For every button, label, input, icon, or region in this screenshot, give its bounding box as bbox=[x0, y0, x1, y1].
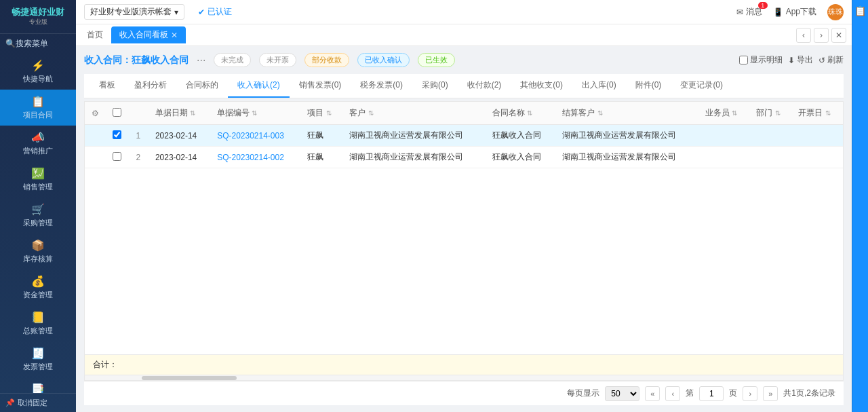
active-tab[interactable]: 收入合同看板 ✕ bbox=[111, 26, 186, 43]
table-container[interactable]: ⚙ 单据日期 ⇅ 单据编号 ⇅ 项目 ⇅ 客户 ⇅ 合同名称 ⇅ 结算客户 ⇅ … bbox=[85, 102, 843, 354]
row1-number[interactable]: SQ-20230214-003 bbox=[210, 125, 300, 147]
close-tab-button[interactable]: ✕ bbox=[171, 31, 178, 40]
row1-checkbox[interactable] bbox=[106, 125, 128, 147]
app-logo: 畅捷通好业财 专业版 bbox=[0, 0, 76, 34]
first-page-button[interactable]: « bbox=[645, 386, 660, 401]
page-number-input[interactable] bbox=[699, 386, 724, 401]
export-button[interactable]: ⬇ 导出 bbox=[788, 54, 813, 66]
sort-customer-icon[interactable]: ⇅ bbox=[368, 109, 374, 117]
sidebar-item-tax[interactable]: 📑 税务管理 bbox=[0, 377, 76, 393]
row1-check[interactable] bbox=[113, 130, 121, 139]
total-info: 共1页,2条记录 bbox=[783, 388, 835, 399]
row1-date: 2023-02-14 bbox=[149, 125, 210, 147]
tab-change-log[interactable]: 变更记录(0) bbox=[671, 74, 732, 98]
tab-tax-invoice[interactable]: 税务发票(0) bbox=[351, 74, 412, 98]
row2-number[interactable]: SQ-20230214-002 bbox=[210, 147, 300, 168]
certified-label: 已认证 bbox=[208, 6, 232, 18]
user-menu[interactable]: 珠珠 bbox=[827, 4, 844, 20]
tab-sales-invoice[interactable]: 销售发票(0) bbox=[290, 74, 351, 98]
status-confirmed[interactable]: 已收入确认 bbox=[357, 53, 410, 67]
col-number[interactable]: 单据编号 ⇅ bbox=[210, 102, 300, 125]
message-button[interactable]: ✉ 消息 1 bbox=[736, 6, 762, 18]
col-contract-name-label: 合同名称 bbox=[492, 108, 525, 117]
status-incomplete[interactable]: 未完成 bbox=[214, 53, 251, 67]
horizontal-scrollbar[interactable] bbox=[85, 375, 843, 380]
company-selector[interactable]: 好业财专业版演示帐套 ▾ bbox=[84, 4, 184, 20]
right-panel: 📋 bbox=[852, 0, 868, 412]
app-download-button[interactable]: 📱 App下载 bbox=[773, 6, 816, 18]
search-icon: 🔍 bbox=[5, 39, 16, 48]
sort-project-icon[interactable]: ⇅ bbox=[326, 109, 332, 117]
sort-department-icon[interactable]: ⇅ bbox=[775, 109, 781, 117]
chevron-down-icon: ▾ bbox=[174, 7, 178, 17]
col-department[interactable]: 部门 ⇅ bbox=[749, 102, 791, 125]
select-all-checkbox[interactable] bbox=[113, 108, 121, 117]
row2-number-link[interactable]: SQ-20230214-002 bbox=[217, 153, 284, 162]
show-detail-input[interactable] bbox=[739, 56, 748, 64]
sort-number-icon[interactable]: ⇅ bbox=[252, 109, 257, 117]
tab-income-confirm[interactable]: 收入确认(2) bbox=[228, 74, 290, 98]
right-panel-icon[interactable]: 📋 bbox=[853, 0, 867, 22]
sort-date-icon[interactable]: ⇅ bbox=[190, 109, 195, 117]
sort-salesperson-icon[interactable]: ⇅ bbox=[732, 109, 737, 117]
sidebar-item-general[interactable]: 📒 总账管理 bbox=[0, 305, 76, 341]
status-effective[interactable]: 已生效 bbox=[418, 53, 455, 67]
tab-close-button[interactable]: ✕ bbox=[831, 28, 846, 43]
tab-other-income[interactable]: 其他收支(0) bbox=[511, 74, 572, 98]
tab-prev-button[interactable]: ‹ bbox=[796, 28, 811, 43]
next-page-button[interactable]: › bbox=[743, 386, 757, 401]
sidebar-item-purchase[interactable]: 🛒 采购管理 bbox=[0, 198, 76, 233]
refresh-button[interactable]: ↺ 刷新 bbox=[818, 54, 844, 66]
col-salesperson[interactable]: 业务员 ⇅ bbox=[698, 102, 749, 125]
scroll-thumb[interactable] bbox=[142, 376, 237, 380]
table-row[interactable]: 1 2023-02-14 SQ-20230214-003 狂飙 湖南卫视商业运营… bbox=[85, 125, 843, 147]
col-settings[interactable]: ⚙ bbox=[85, 102, 106, 125]
per-page-label: 每页显示 bbox=[567, 388, 599, 399]
show-detail-checkbox[interactable]: 显示明细 bbox=[739, 54, 783, 66]
sidebar-item-inventory[interactable]: 📦 库存核算 bbox=[0, 233, 76, 269]
inventory-icon: 📦 bbox=[31, 239, 45, 252]
row2-checkbox[interactable] bbox=[106, 147, 128, 168]
sidebar-item-quicknav[interactable]: ⚡ 快捷导航 bbox=[0, 54, 76, 90]
table-row[interactable]: 2 2023-02-14 SQ-20230214-002 狂飙 湖南卫视商业运营… bbox=[85, 147, 843, 168]
tab-contract-std[interactable]: 合同标的 bbox=[176, 74, 228, 98]
main-area: 好业财专业版演示帐套 ▾ ✔ 已认证 ✉ 消息 1 📱 App下载 珠珠 bbox=[76, 0, 852, 412]
status-partial-received[interactable]: 部分收款 bbox=[304, 53, 349, 67]
row2-check[interactable] bbox=[113, 152, 121, 161]
tab-warehouse[interactable]: 出入库(0) bbox=[572, 74, 626, 98]
sidebar-item-project[interactable]: 📋 项目合同 bbox=[0, 90, 76, 126]
col-project[interactable]: 项目 ⇅ bbox=[300, 102, 342, 125]
tab-board[interactable]: 看板 bbox=[90, 74, 125, 98]
tab-attachment[interactable]: 附件(0) bbox=[626, 74, 671, 98]
data-table-wrap: ⚙ 单据日期 ⇅ 单据编号 ⇅ 项目 ⇅ 客户 ⇅ 合同名称 ⇅ 结算客户 ⇅ … bbox=[84, 101, 844, 381]
row1-num: 1 bbox=[128, 125, 149, 147]
per-page-select[interactable]: 50 100 200 bbox=[605, 386, 639, 401]
sidebar-bottom[interactable]: 📌 取消固定 bbox=[0, 393, 76, 412]
col-open-date[interactable]: 开票日 ⇅ bbox=[791, 102, 843, 125]
home-tab[interactable]: 首页 bbox=[81, 29, 108, 41]
tab-next-button[interactable]: › bbox=[814, 28, 829, 43]
col-customer[interactable]: 客户 ⇅ bbox=[342, 102, 486, 125]
sort-contract-name-icon[interactable]: ⇅ bbox=[527, 109, 532, 117]
tab-profit[interactable]: 盈利分析 bbox=[125, 74, 176, 98]
col-end-customer[interactable]: 结算客户 ⇅ bbox=[555, 102, 698, 125]
tab-payment[interactable]: 收付款(2) bbox=[458, 74, 511, 98]
logo-sub: 专业版 bbox=[5, 18, 71, 26]
sort-end-customer-icon[interactable]: ⇅ bbox=[597, 109, 603, 117]
last-page-button[interactable]: » bbox=[763, 386, 778, 401]
prev-page-button[interactable]: ‹ bbox=[665, 386, 680, 401]
col-date[interactable]: 单据日期 ⇅ bbox=[149, 102, 210, 125]
sidebar-item-funds[interactable]: 💰 资金管理 bbox=[0, 269, 76, 305]
col-contract-name[interactable]: 合同名称 ⇅ bbox=[486, 102, 555, 125]
sidebar-item-marketing[interactable]: 📣 营销推广 bbox=[0, 126, 76, 162]
sidebar-search[interactable]: 🔍 搜索菜单 bbox=[0, 34, 76, 54]
more-button[interactable]: ··· bbox=[197, 54, 205, 67]
sidebar-item-invoice[interactable]: 🧾 发票管理 bbox=[0, 341, 76, 377]
tab-purchase[interactable]: 采购(0) bbox=[412, 74, 458, 98]
col-checkbox[interactable] bbox=[106, 102, 128, 125]
status-not-invoiced[interactable]: 未开票 bbox=[259, 53, 296, 67]
sidebar-item-sales[interactable]: 💹 销售管理 bbox=[0, 162, 76, 198]
row1-number-link[interactable]: SQ-20230214-003 bbox=[217, 131, 284, 141]
sub-tabs: 看板 盈利分析 合同标的 收入确认(2) 销售发票(0) 税务发票(0) 采购(… bbox=[84, 74, 844, 98]
sort-open-date-icon[interactable]: ⇅ bbox=[825, 109, 831, 117]
